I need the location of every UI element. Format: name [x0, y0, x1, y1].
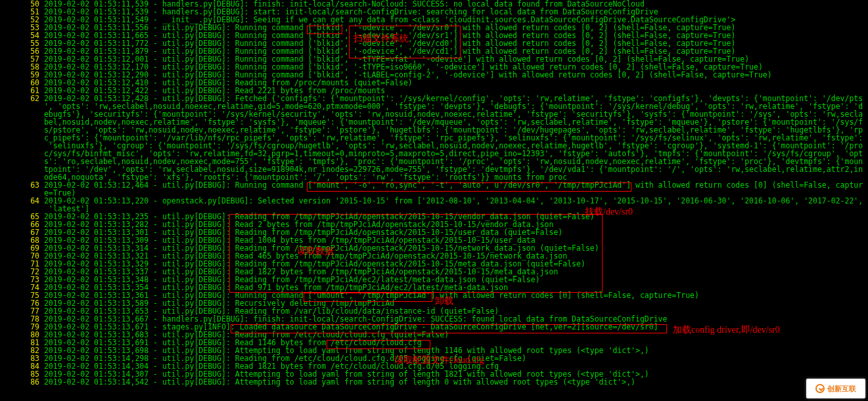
line-number: 63	[0, 181, 39, 189]
log-text: 2019-02-02 01:53:14,542 - util.py[DEBUG]…	[44, 377, 635, 387]
log-text: 2019-02-02 01:53:12,464 - util.py[DEBUG]…	[44, 180, 863, 190]
watermark-text: 创新互联	[827, 384, 856, 394]
log-line: 86 2019-02-02 01:53:14,542 - util.py[DEB…	[0, 378, 868, 386]
log-line: 64 2019-02-02 01:53:13,220 - openstack.p…	[0, 197, 868, 205]
watermark-icon	[815, 384, 825, 393]
line-number: 62	[0, 95, 39, 102]
line-number: 64	[0, 197, 39, 205]
terminal-log: 50 2019-02-02 01:53:11,539 - handlers.py…	[0, 0, 868, 386]
watermark-logo: 创新互联	[806, 379, 865, 398]
log-line: 63 2019-02-02 01:53:12,464 - util.py[DEB…	[0, 181, 868, 189]
line-number: 86	[0, 378, 39, 386]
log-text: 2019-02-02 01:53:13,220 - openstack.py[D…	[44, 196, 863, 205]
